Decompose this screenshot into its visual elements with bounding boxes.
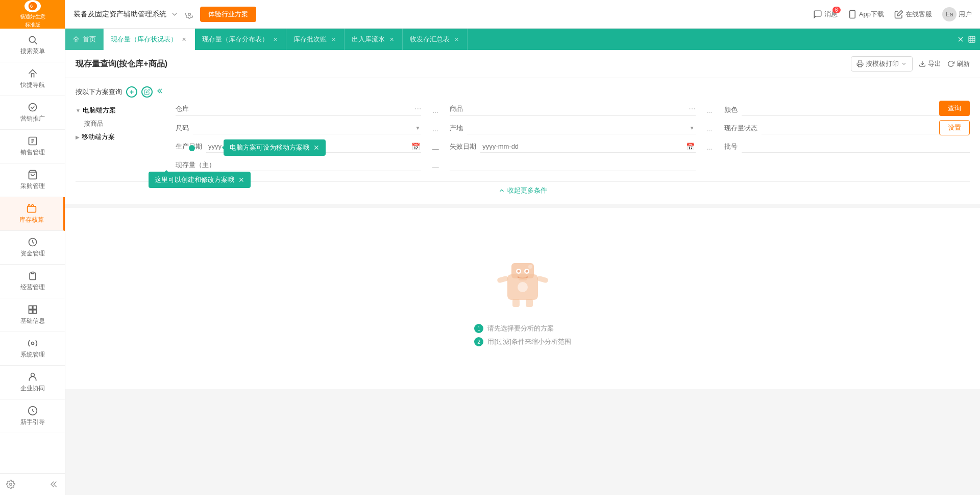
- svg-rect-33: [497, 275, 509, 283]
- svg-rect-12: [29, 310, 32, 314]
- tab-stock-dist-close[interactable]: ✕: [272, 36, 279, 43]
- refresh-button[interactable]: 刷新: [947, 59, 970, 68]
- filter-stock-main: 现存量（主）: [176, 159, 421, 171]
- origin-select[interactable]: [467, 122, 695, 134]
- tooltip-edit-close[interactable]: ✕: [238, 176, 244, 184]
- svg-rect-13: [33, 310, 36, 314]
- size-select-wrap: ▼: [193, 122, 421, 134]
- page-title: 现存量查询(按仓库+商品): [76, 59, 167, 69]
- size-ellipsis[interactable]: ···: [429, 126, 442, 134]
- sidebar-item-system[interactable]: 系统管理: [0, 332, 65, 366]
- tab-batch[interactable]: 库存批次账 ✕: [286, 29, 345, 50]
- svg-rect-34: [536, 275, 549, 283]
- tab-inout[interactable]: 出入库流水 ✕: [345, 29, 403, 50]
- sidebar-item-newbie[interactable]: 新手引导: [0, 399, 65, 433]
- main-area: 装备及固定资产辅助管理系统 体验行业方案 6 消息 App下载 在线客服 Ea …: [65, 0, 980, 495]
- tab-inout-label: 出入库流水: [352, 35, 385, 44]
- tabbar-spacer: [468, 29, 952, 50]
- tab-inout-close[interactable]: ✕: [388, 36, 395, 43]
- stock-max-input[interactable]: [450, 159, 695, 171]
- svg-point-38: [528, 265, 532, 269]
- export-button[interactable]: 导出: [919, 59, 941, 68]
- tab-stock-status-close[interactable]: ✕: [180, 36, 187, 43]
- tab-collect[interactable]: 收发存汇总表 ✕: [403, 29, 468, 50]
- back-icon: [157, 87, 165, 95]
- scheme-mobile[interactable]: ▶ 移动端方案: [76, 130, 167, 144]
- user-button[interactable]: Ea 用户: [942, 7, 972, 21]
- filter-back-button[interactable]: [157, 87, 165, 97]
- message-button[interactable]: 6 消息: [813, 10, 838, 19]
- filter-add-button[interactable]: +: [126, 86, 137, 98]
- goods-ellipsis[interactable]: ···: [704, 108, 716, 116]
- print-button[interactable]: 按模板打印: [851, 56, 913, 72]
- filter-area: 按以下方案查询 + ▼ 电脑端方案 按商品: [65, 78, 980, 204]
- tab-collect-close[interactable]: ✕: [453, 36, 460, 43]
- warehouse-dots[interactable]: ···: [414, 104, 421, 113]
- sidebar-item-operations[interactable]: 经营管理: [0, 265, 65, 298]
- system-dropdown-icon[interactable]: [170, 10, 179, 18]
- hint2-num: 2: [474, 337, 483, 346]
- stock-status-select[interactable]: [762, 122, 970, 134]
- svg-rect-10: [29, 306, 32, 310]
- collapse-button[interactable]: 收起更多条件: [498, 186, 547, 195]
- user-label: 用户: [959, 10, 972, 19]
- tab-stock-status[interactable]: 现存量（库存状况表） ✕: [104, 29, 195, 50]
- search-buttons: 查询 设置: [939, 101, 970, 135]
- batch-input-wrap: [742, 140, 970, 153]
- empty-state: 1 请先选择要分析的方案 2 用[过滤]条件来缩小分析范围: [65, 208, 980, 389]
- exp-calendar-icon[interactable]: 📅: [686, 143, 695, 151]
- filter-goods: 商品 ···: [450, 104, 695, 116]
- settings-gear-icon[interactable]: [185, 10, 194, 19]
- settings-icon[interactable]: [6, 480, 15, 489]
- search-button[interactable]: 查询: [939, 101, 970, 116]
- tab-stock-dist[interactable]: 现存量（库存分布表） ✕: [195, 29, 286, 50]
- sidebar-item-purchase[interactable]: 采购管理: [0, 163, 65, 197]
- app-download-button[interactable]: App下载: [848, 10, 884, 19]
- sidebar-item-search[interactable]: 搜索菜单: [0, 29, 65, 62]
- scheme-desktop[interactable]: ▼ 电脑端方案: [76, 104, 167, 117]
- mfg-calendar-icon[interactable]: 📅: [411, 143, 420, 151]
- filter-color: 颜色 ▼: [724, 104, 970, 116]
- color-select[interactable]: [742, 104, 970, 115]
- export-icon: [919, 60, 926, 67]
- trial-button[interactable]: 体验行业方案: [200, 7, 256, 22]
- print-label: 按模板打印: [866, 59, 899, 68]
- sidebar-item-finance[interactable]: 资金管理: [0, 231, 65, 265]
- date-ellipsis[interactable]: ···: [704, 145, 716, 153]
- stock-status-select-wrap: ▼: [762, 122, 970, 134]
- color-select-wrap: ▼: [742, 104, 970, 116]
- svg-point-14: [31, 342, 34, 345]
- batch-input[interactable]: [742, 140, 970, 152]
- tab-maximize-icon[interactable]: [968, 35, 976, 43]
- sidebar-item-marketing[interactable]: 营销推广: [0, 96, 65, 130]
- sidebar-item-guide[interactable]: 快捷导航: [0, 62, 65, 96]
- sidebar-item-enterprise[interactable]: 企业协同: [0, 366, 65, 399]
- filter-edit-button[interactable]: [141, 86, 153, 98]
- stock-min-input[interactable]: [219, 159, 421, 171]
- empty-illustration: [492, 249, 553, 312]
- sidebar-item-sales[interactable]: 销售管理: [0, 130, 65, 163]
- tooltip-pc-close[interactable]: ✕: [313, 144, 320, 152]
- svg-rect-36: [512, 299, 520, 307]
- origin-ellipsis[interactable]: ···: [704, 126, 716, 134]
- tooltip-edit: 这里可以创建和修改方案哦 ✕: [149, 172, 251, 188]
- tab-home[interactable]: 首页: [65, 29, 104, 50]
- collapse-sidebar-icon[interactable]: [50, 480, 59, 489]
- sidebar-item-inventory[interactable]: 库存核算: [0, 197, 65, 231]
- sidebar-item-basic[interactable]: 基础信息: [0, 298, 65, 332]
- exp-date-input[interactable]: [480, 140, 695, 152]
- setting-button[interactable]: 设置: [939, 120, 970, 135]
- tab-batch-close[interactable]: ✕: [330, 36, 337, 43]
- scheme-by-goods[interactable]: 按商品: [76, 117, 167, 130]
- goods-dots[interactable]: ···: [689, 104, 695, 113]
- warehouse-ellipsis[interactable]: ···: [429, 108, 442, 116]
- size-select[interactable]: [193, 122, 421, 134]
- filter-row-4: 现存量（主） —: [176, 159, 970, 171]
- tab-collect-label: 收发存汇总表: [410, 35, 450, 44]
- filter-size: 尺码 ▼: [176, 122, 421, 134]
- svg-point-31: [526, 270, 528, 273]
- online-service-button[interactable]: 在线客服: [894, 10, 932, 19]
- tab-close-all-icon[interactable]: [957, 35, 965, 43]
- origin-label: 产地: [450, 124, 463, 133]
- tooltip-edit-text: 这里可以创建和修改方案哦: [155, 175, 234, 184]
